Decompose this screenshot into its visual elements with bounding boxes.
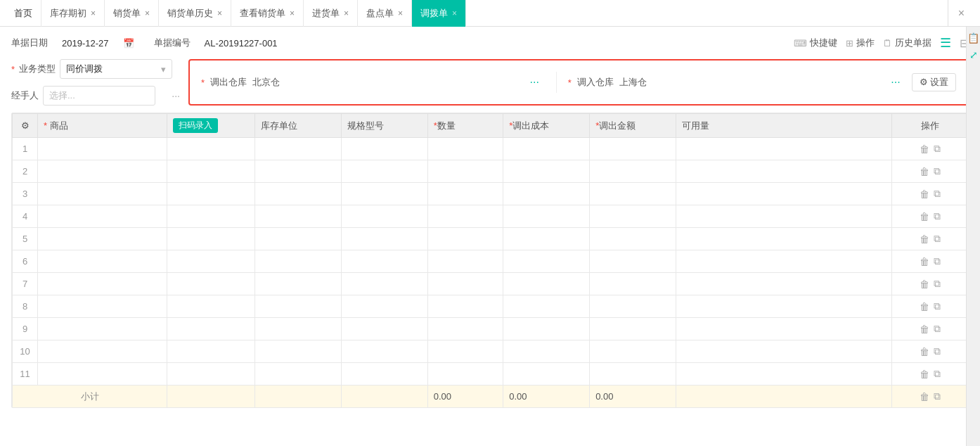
spec-cell-1[interactable]: [341, 138, 427, 160]
unit-cell-5[interactable]: [254, 228, 341, 250]
unit-cell-7[interactable]: [254, 273, 341, 295]
amount-cell-2[interactable]: [590, 160, 676, 183]
cost-cell-2[interactable]: [503, 160, 590, 183]
tab-close-sales-history[interactable]: ×: [217, 8, 222, 18]
spec-cell-9[interactable]: [341, 318, 427, 340]
qty-cell-6[interactable]: [427, 250, 503, 273]
spec-cell-5[interactable]: [341, 228, 427, 250]
handler-input[interactable]: 选择...: [43, 86, 155, 106]
sidebar-expand-icon[interactable]: ⤢: [969, 49, 978, 60]
in-warehouse-more-icon[interactable]: ···: [891, 76, 900, 89]
delete-icon-3[interactable]: 🗑: [920, 189, 929, 200]
tab-close-view-sales[interactable]: ×: [290, 8, 295, 18]
tab-close-inventory-init[interactable]: ×: [91, 8, 96, 18]
spec-cell-6[interactable]: [341, 250, 427, 273]
product-cell-6[interactable]: [38, 250, 167, 273]
copy-icon-2[interactable]: ⧉: [934, 165, 941, 177]
shortcut-button[interactable]: ⌨ 快捷键: [794, 37, 837, 49]
copy-icon-9[interactable]: ⧉: [934, 323, 941, 335]
tab-sales-order[interactable]: 销货单 ×: [105, 0, 159, 27]
delete-icon-11[interactable]: 🗑: [920, 369, 929, 380]
tab-sales-history[interactable]: 销货单历史 ×: [159, 0, 231, 27]
qty-cell-5[interactable]: [427, 228, 503, 250]
qty-cell-4[interactable]: [427, 205, 503, 228]
product-cell-8[interactable]: [38, 295, 167, 318]
tab-inventory-init[interactable]: 库存期初 ×: [41, 0, 105, 27]
qty-cell-2[interactable]: [427, 160, 503, 183]
delete-icon-10[interactable]: 🗑: [920, 346, 929, 357]
qty-cell-8[interactable]: [427, 295, 503, 318]
tab-close-transfer[interactable]: ×: [452, 8, 457, 18]
cost-cell-7[interactable]: [503, 273, 590, 295]
copy-icon-6[interactable]: ⧉: [934, 255, 941, 267]
cost-cell-11[interactable]: [503, 363, 590, 386]
sidebar-list-icon[interactable]: 📋: [967, 32, 979, 44]
unit-cell-6[interactable]: [254, 250, 341, 273]
cost-cell-1[interactable]: [503, 138, 590, 160]
amount-cell-9[interactable]: [590, 318, 676, 340]
cost-cell-9[interactable]: [503, 318, 590, 340]
amount-cell-6[interactable]: [590, 250, 676, 273]
amount-cell-8[interactable]: [590, 295, 676, 318]
tab-close-purchase-order[interactable]: ×: [344, 8, 349, 18]
handler-more-icon[interactable]: ···: [172, 90, 180, 101]
unit-cell-3[interactable]: [254, 183, 341, 205]
qty-cell-7[interactable]: [427, 273, 503, 295]
ops-button[interactable]: ⊞ 操作: [846, 37, 875, 49]
tab-purchase-order[interactable]: 进货单 ×: [304, 0, 358, 27]
delete-icon-8[interactable]: 🗑: [920, 301, 929, 312]
product-cell-1[interactable]: [38, 138, 167, 160]
spec-cell-3[interactable]: [341, 183, 427, 205]
tab-close-stocktake[interactable]: ×: [398, 8, 403, 18]
cost-cell-8[interactable]: [503, 295, 590, 318]
delete-icon-1[interactable]: 🗑: [920, 144, 929, 155]
col-header-gear[interactable]: ⚙: [13, 114, 38, 138]
cost-cell-6[interactable]: [503, 250, 590, 273]
product-cell-7[interactable]: [38, 273, 167, 295]
layout1-icon[interactable]: ☰: [940, 35, 951, 51]
product-cell-5[interactable]: [38, 228, 167, 250]
product-cell-4[interactable]: [38, 205, 167, 228]
copy-icon-1[interactable]: ⧉: [934, 143, 941, 155]
out-warehouse-value[interactable]: 北京仓: [252, 76, 280, 89]
global-close-button[interactable]: ×: [948, 0, 974, 27]
spec-cell-7[interactable]: [341, 273, 427, 295]
col-header-scan[interactable]: 扫码录入: [167, 114, 254, 138]
amount-cell-1[interactable]: [590, 138, 676, 160]
delete-icon-9[interactable]: 🗑: [920, 324, 929, 335]
unit-cell-8[interactable]: [254, 295, 341, 318]
qty-cell-9[interactable]: [427, 318, 503, 340]
delete-icon-4[interactable]: 🗑: [920, 211, 929, 222]
unit-cell-1[interactable]: [254, 138, 341, 160]
amount-cell-5[interactable]: [590, 228, 676, 250]
tab-stocktake[interactable]: 盘点单 ×: [358, 0, 412, 27]
amount-cell-3[interactable]: [590, 183, 676, 205]
history-button[interactable]: 🗒 历史单据: [883, 37, 931, 49]
product-cell-11[interactable]: [38, 363, 167, 386]
copy-icon-8[interactable]: ⧉: [934, 300, 941, 312]
spec-cell-11[interactable]: [341, 363, 427, 386]
spec-cell-4[interactable]: [341, 205, 427, 228]
unit-cell-9[interactable]: [254, 318, 341, 340]
amount-cell-4[interactable]: [590, 205, 676, 228]
product-cell-10[interactable]: [38, 340, 167, 363]
delete-icon-2[interactable]: 🗑: [920, 166, 929, 177]
unit-cell-2[interactable]: [254, 160, 341, 183]
scan-button[interactable]: 扫码录入: [173, 118, 218, 133]
product-cell-9[interactable]: [38, 318, 167, 340]
copy-icon-5[interactable]: ⧉: [934, 233, 941, 245]
subtotal-copy-icon[interactable]: ⧉: [934, 390, 941, 402]
spec-cell-8[interactable]: [341, 295, 427, 318]
cost-cell-10[interactable]: [503, 340, 590, 363]
qty-cell-1[interactable]: [427, 138, 503, 160]
subtotal-delete-icon[interactable]: 🗑: [920, 391, 929, 402]
copy-icon-11[interactable]: ⧉: [934, 368, 941, 380]
amount-cell-7[interactable]: [590, 273, 676, 295]
qty-cell-3[interactable]: [427, 183, 503, 205]
cost-cell-4[interactable]: [503, 205, 590, 228]
unit-cell-4[interactable]: [254, 205, 341, 228]
spec-cell-2[interactable]: [341, 160, 427, 183]
tab-close-sales-order[interactable]: ×: [145, 8, 150, 18]
tab-home[interactable]: 首页: [6, 0, 41, 27]
product-cell-2[interactable]: [38, 160, 167, 183]
